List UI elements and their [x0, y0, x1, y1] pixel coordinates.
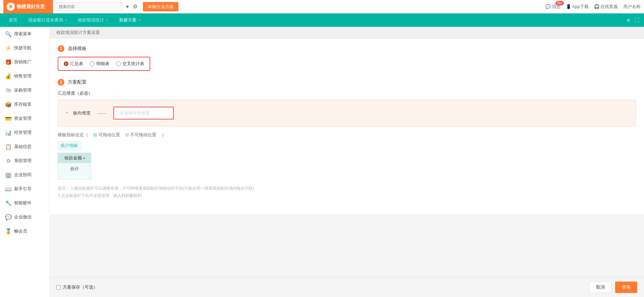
sidebar-item-newbie[interactable]: 📖 新手引导: [0, 182, 49, 196]
online-service-label: 在线客服: [600, 4, 618, 10]
sidebar-item-basic-info[interactable]: 📋 基础信息: [0, 140, 49, 154]
draggable-hint: 可拖动位置: [94, 132, 120, 138]
top-header: 畅 畅捷通好生意 ▾ ⚙ 体验行业方案 💬 消息 99+ 📱 App下载 🎧 在…: [0, 0, 644, 13]
draggable-dot: [94, 133, 97, 137]
tab-home[interactable]: 首页: [3, 13, 23, 27]
metrics-col1-header[interactable]: 收款金额 ▾: [58, 153, 91, 163]
member-icon: 🏅: [5, 228, 11, 234]
vertical-dim-label: 纵向维度: [73, 110, 91, 116]
close-all-tabs-button[interactable]: ✕: [624, 17, 633, 23]
save-option[interactable]: 方案保存（可选）: [56, 284, 98, 290]
metrics-header: 模板指标设定（ 可拖动位置 不可拖动位置 ）: [58, 132, 636, 138]
non-draggable-hint: 不可拖动位置: [125, 132, 156, 138]
app-download[interactable]: 📱 App下载: [566, 4, 589, 10]
purchase-icon: 🛍: [5, 87, 11, 93]
step2-section: 2 方案配置 汇总维度（必选） * 纵向维度 —— 请选择分组: [58, 79, 636, 199]
tab-collection-stat-label: 收款情况统计: [78, 17, 104, 23]
breadcrumb-text: 收款情况统计方案设置: [56, 30, 100, 35]
metrics-col1-dropdown-icon[interactable]: ▾: [83, 156, 85, 160]
step2-number: 2: [58, 79, 64, 86]
sidebar-item-label-search-menu: 搜索菜单: [14, 31, 32, 37]
radio-detail[interactable]: 明细表: [90, 61, 109, 67]
tab-new-plan-close[interactable]: ×: [139, 18, 141, 22]
sidebar-item-label-newbie: 新手引导: [14, 186, 32, 192]
try-industry-button[interactable]: 体验行业方案: [143, 2, 178, 11]
sidebar-item-sales[interactable]: 💰 销售管理: [0, 69, 49, 83]
metrics-col1-body: 合计: [58, 163, 91, 175]
sidebar-item-label-member: 畅会员: [14, 228, 27, 234]
sidebar-item-quick-nav[interactable]: ⚡ 快捷导航: [0, 41, 49, 55]
metrics-col1-header-text: 收款金额: [64, 155, 82, 161]
user-name[interactable]: 用户名称: [623, 4, 641, 10]
newbie-icon: 📖: [5, 186, 11, 192]
message-badge[interactable]: 💬 消息 99+: [545, 4, 560, 10]
operation-icon: 📊: [5, 130, 11, 136]
dimension-input-box[interactable]: 请选择分组维度: [113, 107, 174, 119]
metrics-cell-1: 收款金额 ▾ 合计: [58, 153, 91, 180]
sidebar: 🔍 搜索菜单 ⚡ 快捷导航 🎁 营销推广 💰 销售管理 🛍 采购管理 📦 库存核…: [0, 27, 50, 297]
sidebar-item-smart-hw[interactable]: 🔧 智能硬件: [0, 196, 49, 210]
tab-new-plan-label: 新建方案: [119, 17, 137, 23]
enterprise-icon: 🏢: [5, 172, 11, 178]
sidebar-item-label-weixin: 企业微信: [14, 214, 32, 220]
message-icon: 💬: [545, 4, 551, 9]
dropdown-icon[interactable]: ▾: [126, 3, 129, 10]
expand-tabs-button[interactable]: ⛶: [633, 17, 641, 23]
sidebar-item-operation[interactable]: 📊 经营管理: [0, 126, 49, 140]
content-area: 收款情况统计方案设置 1 选择模板 汇总表: [50, 27, 644, 297]
radio-detail-input[interactable]: [90, 61, 95, 66]
header-right: 💬 消息 99+ 📱 App下载 🎧 在线客服 用户名称: [545, 4, 641, 10]
logo-text: 畅捷通好生意: [17, 4, 45, 10]
sidebar-item-search-menu[interactable]: 🔍 搜索菜单: [0, 27, 49, 41]
tab-new-plan[interactable]: 新建方案 ×: [114, 13, 146, 27]
form-container: 1 选择模板 汇总表 明细表: [50, 39, 644, 214]
sidebar-item-label-purchase: 采购管理: [14, 87, 32, 93]
online-service[interactable]: 🎧 在线客服: [594, 4, 618, 10]
step1-number: 1: [58, 45, 64, 52]
step2-title: 方案配置: [68, 79, 87, 85]
tip-2: 2.点击标题栏下拉可设置排序、插入列和删除列: [58, 192, 636, 200]
query-button[interactable]: 查询: [615, 282, 637, 293]
non-draggable-dot: [125, 133, 129, 137]
sidebar-item-system[interactable]: ⚙ 系统管理: [0, 154, 49, 168]
service-icon: 🎧: [594, 4, 599, 9]
radio-summary[interactable]: 汇总表: [64, 61, 83, 67]
metrics-header-text: 模板指标设定（: [58, 132, 88, 138]
sidebar-item-enterprise[interactable]: 🏢 企业协同: [0, 168, 49, 182]
gear-icon[interactable]: ⚙: [133, 3, 138, 10]
app-download-label: App下载: [572, 4, 589, 10]
tab-cash-flow[interactable]: 现金银行流水查询 ×: [23, 13, 72, 27]
tab-collection-stat[interactable]: 收款情况统计 ×: [72, 13, 113, 27]
cancel-button[interactable]: 取消: [589, 282, 612, 293]
stats-label: 统计指标: [58, 141, 81, 150]
tips-area: 提示： 1.拖动标题栏可以调整布局，不可跨维度或指标区域拖动目字段(只能在同一维…: [58, 185, 636, 199]
finance-icon: 💳: [5, 115, 11, 121]
sidebar-item-label-smart-hw: 智能硬件: [14, 200, 32, 206]
tab-cash-flow-close[interactable]: ×: [65, 18, 67, 22]
radio-crosstab-input[interactable]: [116, 61, 121, 66]
page-footer: 方案保存（可选） 取消 查询: [50, 277, 644, 297]
sidebar-item-weixin[interactable]: 💬 企业微信: [0, 210, 49, 224]
sidebar-item-inventory[interactable]: 📦 库存核算: [0, 97, 49, 111]
sidebar-item-label-basic-info: 基础信息: [14, 144, 32, 150]
sidebar-item-purchase[interactable]: 🛍 采购管理: [0, 83, 49, 97]
logo-area: 畅 畅捷通好生意: [3, 0, 53, 13]
main-layout: 🔍 搜索菜单 ⚡ 快捷导航 🎁 营销推广 💰 销售管理 🛍 采购管理 📦 库存核…: [0, 27, 644, 297]
sidebar-item-label-marketing: 营销推广: [14, 59, 32, 65]
radio-crosstab[interactable]: 交叉统计表: [116, 61, 144, 67]
search-input[interactable]: [56, 2, 123, 11]
sidebar-item-member[interactable]: 🏅 畅会员: [0, 224, 49, 238]
message-count: 99+: [555, 1, 564, 5]
tab-collection-stat-close[interactable]: ×: [106, 18, 108, 22]
system-icon: ⚙: [5, 158, 11, 164]
save-label: 方案保存（可选）: [63, 284, 98, 290]
tip-1: 提示： 1.拖动标题栏可以调整布局，不可跨维度或指标区域拖动目字段(只能在同一维…: [58, 185, 636, 192]
step2-header: 2 方案配置: [58, 79, 636, 86]
sidebar-item-finance[interactable]: 💳 资金管理: [0, 111, 49, 126]
radio-summary-input[interactable]: [64, 61, 68, 66]
sidebar-item-marketing[interactable]: 🎁 营销推广: [0, 55, 49, 69]
sidebar-item-label-system: 系统管理: [14, 158, 32, 164]
save-checkbox[interactable]: [56, 285, 61, 290]
search-menu-icon: 🔍: [5, 31, 11, 37]
sidebar-item-label-inventory: 库存核算: [14, 101, 32, 107]
